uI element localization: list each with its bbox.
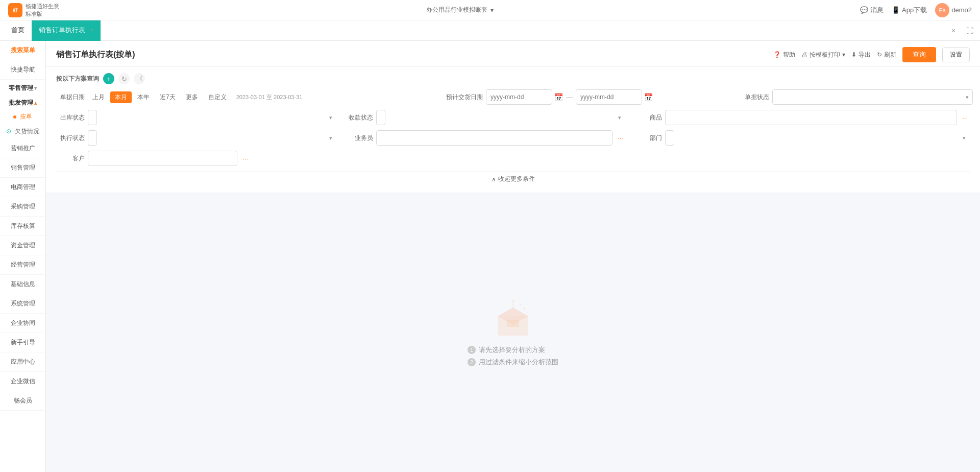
calendar-to-icon[interactable]: 📅 xyxy=(644,93,653,101)
content-area: 销售订单执行表(按单) ❓ 帮助 🖨 按模板打印 ▾ ⬇ 导出 ↻ 刷新 xyxy=(46,41,980,472)
svg-marker-6 xyxy=(511,299,515,302)
date-tab-last-month[interactable]: 上月 xyxy=(88,91,109,103)
refresh-icon: ↻ xyxy=(877,51,882,58)
tip-num-1: 1 xyxy=(468,346,476,354)
print-dropdown-icon: ▾ xyxy=(842,51,845,58)
table-area: 1 请先选择要分析的方案 2 用过滤条件来缩小分析范围 xyxy=(46,193,980,472)
sidebar-item-newbie[interactable]: 新手引导 xyxy=(0,333,45,352)
sidebar-item-marketing[interactable]: 营销推广 xyxy=(0,139,45,158)
customer-more-btn[interactable]: ··· xyxy=(240,155,250,162)
empty-tips: 1 请先选择要分析的方案 2 用过滤条件来缩小分析范围 xyxy=(468,345,558,367)
single-date-label: 单据日期 xyxy=(56,93,85,102)
template-print-btn[interactable]: 🖨 按模板打印 ▾ xyxy=(801,51,845,59)
sidebar-sub-order[interactable]: 按单 xyxy=(0,109,45,124)
date-input-from: 📅 xyxy=(486,89,563,105)
empty-icon-svg xyxy=(493,298,533,339)
filter-row-3: 执行状态 业务员 ··· 部门 xyxy=(56,130,970,146)
sidebar-item-system[interactable]: 系统管理 xyxy=(0,294,45,314)
salesperson-input[interactable] xyxy=(376,130,612,146)
collapse-icon: ∧ xyxy=(492,176,496,183)
help-btn[interactable]: ❓ 帮助 xyxy=(773,51,795,59)
sidebar-item-member[interactable]: 畅会员 xyxy=(0,391,45,411)
single-status-select[interactable] xyxy=(772,89,973,105)
message-btn[interactable]: 💬 消息 xyxy=(860,6,884,15)
breadcrumb-dropdown-icon[interactable]: ▾ xyxy=(491,7,494,14)
user-avatar-area[interactable]: Ea demo2 xyxy=(935,3,972,17)
goods-more-btn[interactable]: ··· xyxy=(960,114,970,122)
sidebar-item-retail[interactable]: 零售管理 ▾ xyxy=(0,80,45,95)
window-maximize-btn[interactable]: ⛶ xyxy=(964,25,976,37)
sidebar-item-finance[interactable]: 资金管理 xyxy=(0,236,45,255)
sidebar-item-sales[interactable]: 销售管理 xyxy=(0,158,45,178)
sidebar-item-ecommerce[interactable]: 电商管理 xyxy=(0,178,45,197)
topbar-left: 好 畅捷通好生意 标准版 xyxy=(8,3,59,17)
tab-sales-order-execution[interactable]: 销售订单执行表 × xyxy=(32,20,101,41)
sidebar-quick-nav[interactable]: 快捷导航 xyxy=(0,60,45,80)
sidebar-item-enterprise[interactable]: 企业协同 xyxy=(0,314,45,333)
sidebar-item-wechat[interactable]: 企业微信 xyxy=(0,372,45,391)
date-input-to: 📅 xyxy=(576,89,653,105)
filter-add-btn[interactable]: + xyxy=(103,73,114,84)
department-select[interactable] xyxy=(665,130,674,146)
topbar: 好 畅捷通好生意 标准版 办公用品行业模拟账套 ▾ 💬 消息 📱 App下载 E… xyxy=(0,0,980,20)
date-tab-custom[interactable]: 自定义 xyxy=(204,91,231,103)
sidebar-item-inventory[interactable]: 库存核算 xyxy=(0,217,45,236)
refresh-btn[interactable]: ↻ 刷新 xyxy=(877,51,896,59)
tab-close-btn[interactable]: × xyxy=(90,27,93,33)
window-close-btn[interactable]: × xyxy=(947,25,960,37)
sidebar-item-apps[interactable]: 应用中心 xyxy=(0,352,45,372)
filter-collapse-btn[interactable]: 《 xyxy=(134,73,145,84)
delivery-date-from-input[interactable] xyxy=(486,89,552,105)
warehouse-status-select[interactable] xyxy=(88,110,97,125)
estimated-delivery-label: 预计交货日期 xyxy=(446,93,483,102)
date-tab-this-month[interactable]: 本月 xyxy=(110,91,132,103)
svg-point-4 xyxy=(520,304,522,305)
filter-goods: 商品 ··· xyxy=(633,110,970,125)
search-submit-btn[interactable]: 查询 xyxy=(902,47,936,62)
date-tab-last-7-days[interactable]: 近7天 xyxy=(155,91,180,103)
empty-icon xyxy=(493,298,533,339)
empty-tip-2: 2 用过滤条件来缩小分析范围 xyxy=(468,358,558,367)
customer-label: 客户 xyxy=(56,154,85,163)
salesperson-more-btn[interactable]: ··· xyxy=(616,134,625,142)
execution-status-select[interactable] xyxy=(88,130,97,146)
filter-estimated-delivery: 预计交货日期 📅 — 📅 xyxy=(446,89,732,105)
logo-icon: 好 xyxy=(8,3,22,17)
logo-area: 好 畅捷通好生意 标准版 xyxy=(8,3,59,17)
warehouse-status-label: 出库状态 xyxy=(56,113,85,122)
help-icon: ❓ xyxy=(773,51,781,58)
topbar-breadcrumb: 办公用品行业模拟账套 ▾ xyxy=(426,6,494,14)
filter-header: 按以下方案查询 + ↻ 《 xyxy=(56,73,970,84)
svg-point-3 xyxy=(523,308,525,310)
filter-refresh-btn[interactable]: ↻ xyxy=(118,73,130,84)
page-header: 销售订单执行表(按单) ❓ 帮助 🖨 按模板打印 ▾ ⬇ 导出 ↻ 刷新 xyxy=(46,41,980,67)
logo-text: 畅捷通好生意 标准版 xyxy=(26,3,59,17)
collapse-more-conditions-btn[interactable]: ∧ 收起更多条件 xyxy=(492,175,535,183)
tab-home[interactable]: 首页 xyxy=(4,20,32,41)
sidebar-search-menu[interactable]: 搜索菜单 xyxy=(0,41,45,60)
sidebar-item-purchase[interactable]: 采购管理 xyxy=(0,197,45,217)
settings-btn[interactable]: 设置 xyxy=(942,48,970,62)
sidebar-item-basic[interactable]: 基础信息 xyxy=(0,275,45,294)
customer-input[interactable] xyxy=(88,151,237,166)
avatar: Ea xyxy=(935,3,949,17)
collection-status-label: 收款状态 xyxy=(345,113,373,122)
delivery-date-to-input[interactable] xyxy=(576,89,642,105)
date-tab-more[interactable]: 更多 xyxy=(181,91,203,103)
collection-status-select[interactable] xyxy=(376,110,385,125)
filter-department: 部门 xyxy=(633,130,970,146)
date-tab-this-year[interactable]: 本年 xyxy=(133,91,154,103)
retail-expand-icon: ▾ xyxy=(34,85,37,91)
sidebar-sub-debt[interactable]: ⊙ 欠货情况 xyxy=(0,124,45,139)
svg-rect-2 xyxy=(507,320,519,327)
goods-input[interactable] xyxy=(665,110,957,125)
sidebar-item-wholesale[interactable]: 批发管理 ▴ xyxy=(0,95,45,109)
empty-tip-1: 1 请先选择要分析的方案 xyxy=(468,345,558,355)
warehouse-status-select-wrap xyxy=(88,110,336,125)
tip-num-2: 2 xyxy=(468,358,476,366)
calendar-from-icon[interactable]: 📅 xyxy=(554,93,563,101)
collection-status-select-wrap xyxy=(376,110,625,125)
app-download-btn[interactable]: 📱 App下载 xyxy=(892,6,927,15)
export-btn[interactable]: ⬇ 导出 xyxy=(851,51,871,59)
sidebar-item-operations[interactable]: 经营管理 xyxy=(0,255,45,275)
